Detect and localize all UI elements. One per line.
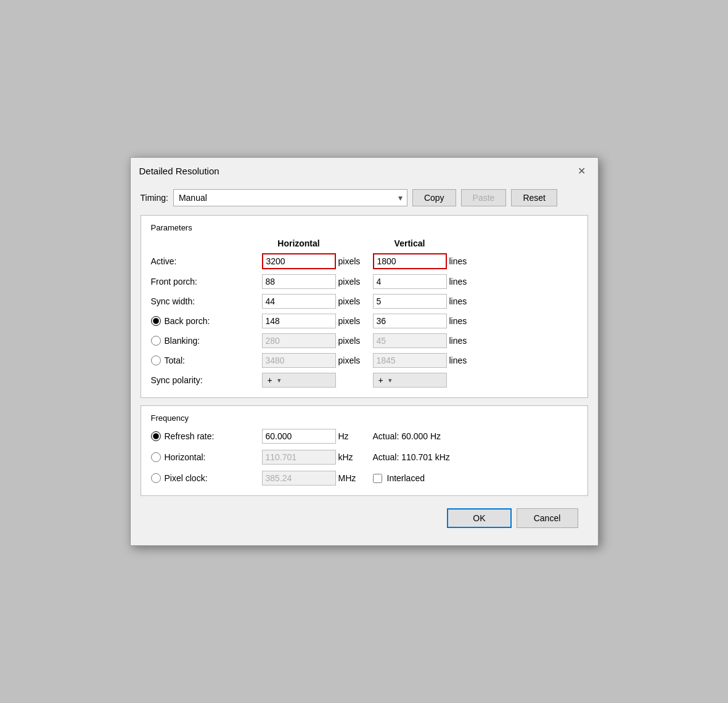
horizontal-freq-unit: kHz <box>336 452 373 462</box>
refresh-rate-radio[interactable] <box>151 431 161 441</box>
sync-width-v-input[interactable] <box>373 294 447 309</box>
front-porch-label: Front porch: <box>151 277 262 286</box>
frequency-title: Frequency <box>151 413 578 423</box>
blanking-v-input[interactable] <box>373 333 447 348</box>
front-porch-h-input[interactable] <box>262 274 336 289</box>
sync-width-v-unit: lines <box>447 296 484 306</box>
blanking-h-unit: pixels <box>336 336 373 346</box>
dialog-window: Detailed Resolution ✕ Timing: Manual Aut… <box>130 157 599 546</box>
copy-button[interactable]: Copy <box>412 189 456 206</box>
sync-polarity-v-select[interactable]: + ▾ <box>373 373 447 388</box>
blanking-v-unit: lines <box>447 336 484 346</box>
pixel-clock-input[interactable] <box>262 471 336 486</box>
active-v-input[interactable] <box>373 253 447 269</box>
refresh-rate-actual: Actual: 60.000 Hz <box>373 431 578 441</box>
active-label: Active: <box>151 256 262 266</box>
parameters-title: Parameters <box>151 223 578 232</box>
front-porch-h-unit: pixels <box>336 277 373 286</box>
horizontal-freq-actual: Actual: 110.701 kHz <box>373 452 578 462</box>
total-h-input[interactable] <box>262 353 336 368</box>
reset-button[interactable]: Reset <box>511 189 557 206</box>
refresh-rate-input[interactable] <box>262 429 336 444</box>
total-h-unit: pixels <box>336 356 373 365</box>
blanking-label: Blanking: <box>151 336 262 346</box>
active-v-unit: lines <box>447 256 484 266</box>
sync-polarity-h-select[interactable]: + ▾ <box>262 373 336 388</box>
frequency-section: Frequency Refresh rate: Hz Actual: 60.00… <box>141 405 588 496</box>
timing-row: Timing: Manual Auto Custom Copy Paste Re… <box>141 189 588 206</box>
blanking-h-input[interactable] <box>262 333 336 348</box>
timing-label: Timing: <box>141 193 168 203</box>
back-porch-v-input[interactable] <box>373 314 447 328</box>
sync-polarity-label: Sync polarity: <box>151 375 262 385</box>
horizontal-freq-label: Horizontal: <box>151 452 262 462</box>
horizontal-freq-radio[interactable] <box>151 452 161 462</box>
back-porch-h-input[interactable] <box>262 314 336 328</box>
sync-width-h-input[interactable] <box>262 294 336 309</box>
total-v-input[interactable] <box>373 353 447 368</box>
front-porch-v-input[interactable] <box>373 274 447 289</box>
active-h-unit: pixels <box>336 256 373 266</box>
pixel-clock-unit: MHz <box>336 473 373 483</box>
refresh-rate-unit: Hz <box>336 431 373 441</box>
interlaced-checkbox[interactable] <box>373 474 382 483</box>
pixel-clock-label: Pixel clock: <box>151 473 262 483</box>
pixel-clock-radio[interactable] <box>151 473 161 483</box>
dialog-title: Detailed Resolution <box>139 166 219 176</box>
interlaced-label: Interlaced <box>387 473 425 483</box>
paste-button[interactable]: Paste <box>461 189 507 206</box>
vertical-header: Vertical <box>373 238 447 248</box>
timing-select[interactable]: Manual Auto Custom <box>173 189 407 206</box>
sync-width-h-unit: pixels <box>336 296 373 306</box>
back-porch-v-unit: lines <box>447 316 484 326</box>
total-v-unit: lines <box>447 356 484 365</box>
title-bar: Detailed Resolution ✕ <box>131 158 598 183</box>
total-radio[interactable] <box>151 356 161 365</box>
cancel-button[interactable]: Cancel <box>517 508 578 528</box>
refresh-rate-label: Refresh rate: <box>151 431 262 441</box>
frequency-grid: Refresh rate: Hz Actual: 60.000 Hz Horiz… <box>151 429 578 486</box>
total-label: Total: <box>151 356 262 365</box>
ok-button[interactable]: OK <box>447 508 511 528</box>
parameters-section: Parameters Horizontal Vertical Active: p… <box>141 215 588 398</box>
dialog-body: Timing: Manual Auto Custom Copy Paste Re… <box>131 183 598 545</box>
horizontal-header: Horizontal <box>262 238 336 248</box>
horizontal-freq-input[interactable] <box>262 450 336 465</box>
front-porch-v-unit: lines <box>447 277 484 286</box>
close-button[interactable]: ✕ <box>574 164 589 178</box>
parameters-grid: Horizontal Vertical Active: pixels lines… <box>151 238 578 388</box>
back-porch-label: Back porch: <box>151 316 262 326</box>
active-h-input[interactable] <box>262 253 336 269</box>
back-porch-h-unit: pixels <box>336 316 373 326</box>
back-porch-radio[interactable] <box>151 316 161 326</box>
footer: OK Cancel <box>141 503 588 535</box>
blanking-radio[interactable] <box>151 336 161 346</box>
interlaced-row: Interlaced <box>373 473 578 483</box>
sync-width-label: Sync width: <box>151 296 262 306</box>
timing-select-wrapper[interactable]: Manual Auto Custom <box>173 189 407 206</box>
